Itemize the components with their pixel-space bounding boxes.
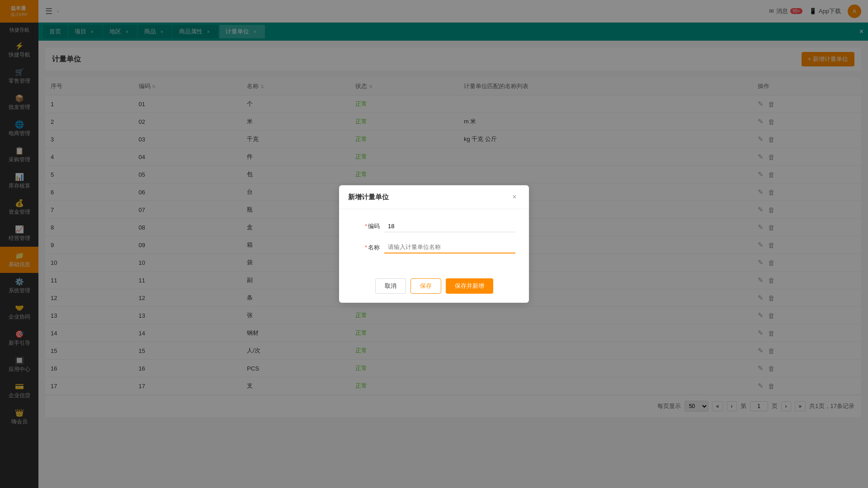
cancel-button[interactable]: 取消 [375,278,406,294]
save-and-new-button[interactable]: 保存并新增 [446,278,493,294]
name-input[interactable] [384,241,515,253]
modal-header: 新增计量单位 × [339,185,529,209]
add-unit-modal: 新增计量单位 × *编码 *名称 取消 保存 保存并新增 [339,185,529,303]
modal-footer: 取消 保存 保存并新增 [339,272,529,303]
code-label: *编码 [353,222,380,230]
name-field-row: *名称 [353,241,515,253]
code-input[interactable] [384,221,515,232]
modal-body: *编码 *名称 [339,209,529,272]
modal-overlay[interactable]: 新增计量单位 × *编码 *名称 取消 保存 保存并新增 [0,0,868,488]
modal-close-button[interactable]: × [509,192,520,202]
required-star: * [365,223,367,230]
modal-title: 新增计量单位 [348,193,389,202]
save-button[interactable]: 保存 [410,278,441,294]
name-label: *名称 [353,244,380,252]
code-field-row: *编码 [353,221,515,232]
required-star: * [365,244,367,251]
